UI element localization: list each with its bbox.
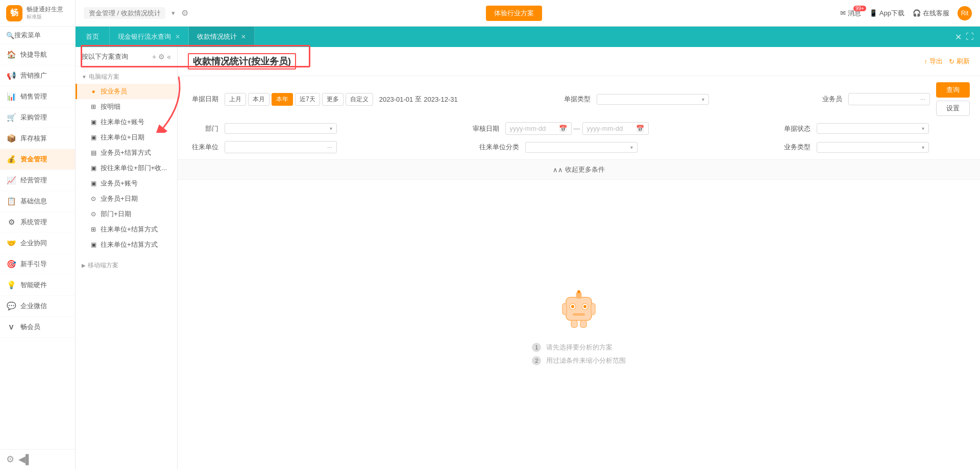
filter-row-2: 部门 ▾ 审核日期 yyyy-mm-dd 📅 — yy	[188, 122, 970, 135]
salesperson-label: 业务员	[812, 95, 842, 104]
scheme-item-unit-settle1[interactable]: ⊞ 往来单位+结算方式	[76, 222, 177, 237]
sidebar-item-inventory[interactable]: 📦 库存核算	[0, 128, 75, 149]
maximize-icon[interactable]: ⛶	[966, 32, 974, 41]
scheme-settings-icon[interactable]: ⚙	[158, 53, 165, 61]
counterpart-class-arrow: ▾	[630, 145, 633, 150]
home-icon: 🏠	[6, 50, 16, 60]
svg-rect-0	[566, 297, 592, 320]
review-date-from-input[interactable]: yyyy-mm-dd 📅	[505, 122, 572, 135]
date-btn-last-month[interactable]: 上月	[225, 93, 246, 106]
sidebar-item-operations[interactable]: 📈 经营管理	[0, 170, 75, 191]
sidebar-item-enterprise[interactable]: 🤝 企业协同	[0, 233, 75, 254]
sidebar-item-sales[interactable]: 📊 销售管理	[0, 86, 75, 107]
collapse-sidebar-icon[interactable]: ◀▌	[18, 454, 32, 465]
scheme-section-mobile-title[interactable]: ▶ 移动端方案	[76, 259, 177, 272]
scheme-item-unit-date[interactable]: ▣ 往来单位+日期	[76, 130, 177, 145]
salesperson-more-icon[interactable]: ···	[920, 96, 925, 103]
sidebar-item-search-menu[interactable]: 🔍 搜索菜单	[0, 27, 75, 44]
message-icon: ✉	[840, 9, 846, 17]
salesperson-account-icon: ▣	[89, 179, 97, 187]
sidebar-item-basic-info[interactable]: 📋 基础信息	[0, 191, 75, 212]
date-btn-this-month[interactable]: 本月	[248, 93, 270, 106]
date-range-separator: 至	[415, 95, 422, 104]
tab-close-receipt-stats[interactable]: ✕	[241, 33, 246, 40]
trial-button[interactable]: 体验行业方案	[486, 6, 542, 21]
voucher-type-select[interactable]: ▾	[597, 94, 709, 105]
date-btn-7days[interactable]: 近7天	[295, 93, 320, 106]
voucher-status-label: 单据状态	[780, 124, 811, 133]
review-date-group: yyyy-mm-dd 📅 — yyyy-mm-dd 📅	[505, 122, 649, 135]
refresh-button[interactable]: ↻ 刷新	[949, 57, 970, 66]
scheme-section-mobile: ▶ 移动端方案	[76, 255, 177, 275]
scheme-item-unit-dept-collect[interactable]: ▣ 按往来单位+部门+收...	[76, 160, 177, 176]
counterpart-class-select[interactable]: ▾	[525, 142, 638, 153]
scheme-header-label: 按以下方案查询	[82, 52, 128, 61]
scheme-item-salesperson-account[interactable]: ▣ 业务员+账号	[76, 176, 177, 191]
tab-bank-flow[interactable]: 现金银行流水查询 ✕	[110, 27, 189, 47]
tab-receipt-stats[interactable]: 收款情况统计 ✕	[189, 27, 255, 47]
empty-state: 1 请先选择要分析的方案 2 用过滤条件来缩小分析范围	[178, 180, 980, 469]
sidebar-item-marketing[interactable]: 📢 营销推广	[0, 65, 75, 86]
dept-select[interactable]: ▾	[225, 123, 337, 134]
date-btn-more[interactable]: 更多	[322, 93, 344, 106]
export-button[interactable]: ↑ 导出	[924, 57, 943, 66]
user-avatar[interactable]: Rit	[958, 6, 972, 20]
tab-close-bank-flow[interactable]: ✕	[175, 33, 180, 40]
message-area[interactable]: ✉ 消息 99+	[840, 9, 861, 18]
date-label: 单据日期	[188, 95, 218, 104]
wechat-icon: 💬	[6, 301, 16, 311]
calendar-from-icon: 📅	[559, 125, 567, 132]
date-btn-this-year[interactable]: 本年	[272, 93, 293, 106]
scheme-item-by-salesperson[interactable]: ● 按业务员	[76, 84, 177, 99]
header-gear-icon[interactable]: ⚙	[181, 8, 188, 18]
svg-point-4	[583, 305, 586, 308]
unit-date-icon: ▣	[89, 133, 97, 142]
collapse-bar[interactable]: ∧∧ 收起更多条件	[178, 160, 980, 180]
biz-type-select[interactable]: ▾	[817, 142, 929, 153]
robot-svg	[553, 282, 604, 333]
mobile-section-arrow: ▶	[82, 263, 86, 268]
salesperson-select[interactable]: ···	[848, 93, 930, 105]
scheme-item-detail[interactable]: ⊞ 按明细	[76, 99, 177, 114]
scheme-item-dept-date[interactable]: ⊙ 部门+日期	[76, 206, 177, 222]
settings-bottom-icon[interactable]: ⚙	[6, 454, 14, 465]
pc-section-arrow: ▼	[82, 74, 87, 80]
logo-icon: 畅	[6, 5, 22, 21]
app-download-link[interactable]: 📱 App下载	[869, 9, 904, 18]
message-count-badge: 99+	[853, 6, 866, 11]
guide-icon: 🎯	[6, 259, 16, 269]
purchase-icon: 🛒	[6, 112, 16, 123]
right-panel: 收款情况统计(按业务员) ↑ 导出 ↻ 刷新 单据日期	[178, 47, 980, 469]
scheme-collapse-icon[interactable]: «	[167, 53, 171, 61]
counterpart-class-label: 往来单位分类	[479, 143, 519, 152]
scheme-section-pc-title[interactable]: ▼ 电脑端方案	[76, 70, 177, 84]
content-area: 按以下方案查询 + ⚙ « ▼ 电脑端方案 ● 按业务员 ⊞	[76, 47, 980, 469]
close-window-icon[interactable]: ✕	[955, 32, 962, 42]
operations-icon: 📈	[6, 175, 16, 185]
tab-home[interactable]: 首页	[76, 27, 110, 47]
scheme-item-salesperson-date[interactable]: ⊙ 业务员+日期	[76, 191, 177, 206]
query-button[interactable]: 查询	[936, 82, 970, 98]
sidebar-item-quick-nav[interactable]: 🏠 快捷导航	[0, 44, 75, 65]
sidebar-item-smart-hw[interactable]: 💡 智能硬件	[0, 275, 75, 296]
calendar-to-icon: 📅	[636, 125, 644, 132]
sidebar-item-member[interactable]: V 畅会员	[0, 317, 75, 338]
breadcrumb-dropdown-icon[interactable]: ▾	[172, 9, 175, 17]
review-date-to-input[interactable]: yyyy-mm-dd 📅	[582, 122, 649, 135]
sidebar-item-wechat[interactable]: 💬 企业微信	[0, 296, 75, 317]
breadcrumb-input[interactable]	[84, 7, 165, 19]
counterpart-select[interactable]: ···	[225, 141, 337, 153]
scheme-item-unit-account[interactable]: ▣ 往来单位+账号	[76, 114, 177, 130]
sidebar-item-purchase[interactable]: 🛒 采购管理	[0, 107, 75, 128]
voucher-status-select[interactable]: ▾	[817, 123, 929, 134]
sidebar-item-guide[interactable]: 🎯 新手引导	[0, 254, 75, 275]
sidebar-item-finance[interactable]: 💰 资金管理	[0, 149, 75, 170]
counterpart-more-icon[interactable]: ···	[327, 144, 332, 151]
scheme-item-salesperson-settle[interactable]: ▤ 业务员+结算方式	[76, 145, 177, 160]
date-btn-custom[interactable]: 自定义	[346, 93, 373, 106]
online-service-link[interactable]: 🎧 在线客服	[913, 9, 949, 18]
scheme-add-icon[interactable]: +	[152, 53, 156, 61]
settings-button[interactable]: 设置	[936, 101, 970, 116]
sidebar-item-system[interactable]: ⚙ 系统管理	[0, 212, 75, 233]
scheme-item-unit-settle2[interactable]: ▣ 往来单位+结算方式	[76, 237, 177, 252]
